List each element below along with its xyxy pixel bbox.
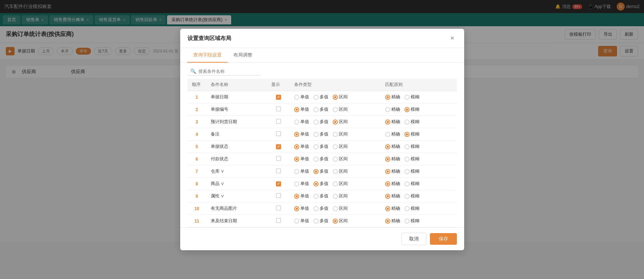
radio-circle (404, 169, 410, 174)
type-radio-多值[interactable]: 多值 (313, 106, 328, 113)
radio-circle (313, 119, 319, 125)
type-radio-多值[interactable]: 多值 (313, 156, 328, 162)
match-radio-精确[interactable]: 精确 (385, 119, 400, 125)
cell-show[interactable] (267, 215, 290, 227)
modal-close-button[interactable]: × (448, 34, 457, 43)
cell-show[interactable] (267, 165, 290, 178)
cell-show[interactable] (267, 103, 290, 116)
cell-show[interactable] (267, 128, 290, 141)
type-radio-区间[interactable]: 区间 (333, 106, 348, 113)
show-checkbox[interactable] (276, 119, 281, 124)
radio-label: 单值 (300, 218, 309, 224)
type-radio-多值[interactable]: 多值 (313, 193, 328, 199)
show-checkbox[interactable] (276, 193, 281, 198)
modal-tab-query[interactable]: 查询字段设置 (187, 48, 228, 63)
type-radio-区间[interactable]: 区间 (333, 205, 348, 212)
type-radio-单值[interactable]: 单值 (294, 168, 309, 174)
th-match: 匹配原则 (381, 79, 457, 91)
type-radio-多值[interactable]: 多值 (313, 205, 328, 212)
show-checkbox[interactable] (276, 218, 281, 223)
show-checkbox[interactable] (276, 168, 281, 173)
type-radio-区间[interactable]: 区间 (333, 156, 348, 162)
type-radio-单值[interactable]: 单值 (294, 144, 309, 150)
match-radio-模糊[interactable]: 模糊 (404, 106, 419, 113)
radio-label: 精确 (391, 94, 400, 100)
match-radio-模糊[interactable]: 模糊 (404, 218, 419, 224)
show-checkbox[interactable] (276, 156, 281, 161)
type-radio-多值[interactable]: 多值 (313, 94, 328, 100)
cell-show[interactable] (267, 116, 290, 128)
match-radio-精确[interactable]: 精确 (385, 106, 400, 113)
match-radio-模糊[interactable]: 模糊 (404, 144, 419, 150)
match-radio-模糊[interactable]: 模糊 (404, 193, 419, 199)
match-radio-模糊[interactable]: 模糊 (404, 131, 419, 137)
match-radio-精确[interactable]: 精确 (385, 156, 400, 162)
match-radio-精确[interactable]: 精确 (385, 218, 400, 224)
match-radio-精确[interactable]: 精确 (385, 94, 400, 100)
show-checkbox[interactable] (276, 205, 281, 211)
cancel-button[interactable]: 取消 (402, 233, 426, 242)
type-radio-多值[interactable]: 多值 (313, 119, 328, 125)
match-radio-精确[interactable]: 精确 (385, 144, 400, 150)
type-radio-单值[interactable]: 单值 (294, 106, 309, 113)
type-radio-多值[interactable]: 多值 (313, 144, 328, 150)
cell-name: 单据日期 (206, 91, 267, 103)
match-radio-精确[interactable]: 精确 (385, 205, 400, 212)
type-radio-区间[interactable]: 区间 (333, 94, 348, 100)
type-radio-区间[interactable]: 区间 (333, 168, 348, 174)
radio-circle (385, 95, 390, 100)
match-radio-模糊[interactable]: 模糊 (404, 168, 419, 174)
table-row: 3预计到货日期单值多值区间精确模糊 (187, 116, 457, 128)
match-radio-模糊[interactable]: 模糊 (404, 205, 419, 212)
type-radio-单值[interactable]: 单值 (294, 94, 309, 100)
cell-show[interactable] (267, 153, 290, 165)
cell-show[interactable] (267, 178, 290, 190)
modal-tab-layout[interactable]: 布局调整 (228, 48, 258, 63)
type-radio-单值[interactable]: 单值 (294, 205, 309, 212)
type-radio-单值[interactable]: 单值 (294, 131, 309, 137)
cell-show[interactable] (267, 141, 290, 153)
match-radio-精确[interactable]: 精确 (385, 168, 400, 174)
type-radio-多值[interactable]: 多值 (313, 218, 328, 224)
show-checkbox[interactable] (276, 106, 281, 111)
type-radio-区间[interactable]: 区间 (333, 193, 348, 199)
type-radio-单值[interactable]: 单值 (294, 193, 309, 199)
search-input[interactable] (198, 69, 257, 74)
match-radio-精确[interactable]: 精确 (385, 131, 400, 137)
cell-show[interactable] (267, 203, 290, 215)
radio-label: 模糊 (411, 94, 419, 100)
cell-type: 单值多值区间 (290, 190, 381, 203)
cell-show[interactable] (267, 190, 290, 203)
radio-label: 精确 (391, 119, 400, 125)
type-radio-多值[interactable]: 多值 (313, 131, 328, 137)
save-button[interactable]: 保存 (430, 233, 457, 242)
match-radio-模糊[interactable]: 模糊 (404, 156, 419, 162)
type-radio-区间[interactable]: 区间 (333, 119, 348, 125)
type-radio-区间[interactable]: 区间 (333, 218, 348, 224)
type-radio-单值[interactable]: 单值 (294, 156, 309, 162)
match-radio-精确[interactable]: 精确 (385, 193, 400, 199)
type-radio-区间[interactable]: 区间 (333, 181, 348, 187)
type-radio-单值[interactable]: 单值 (294, 181, 309, 187)
show-checkbox[interactable] (276, 131, 281, 136)
match-radio-模糊[interactable]: 模糊 (404, 94, 419, 100)
radio-label: 模糊 (411, 106, 419, 113)
radio-circle (385, 107, 390, 112)
type-radio-区间[interactable]: 区间 (333, 131, 348, 137)
match-radio-模糊[interactable]: 模糊 (404, 181, 419, 187)
type-radio-区间[interactable]: 区间 (333, 144, 348, 150)
show-checkbox[interactable] (276, 144, 281, 149)
table-row: 4备注单值多值区间精确模糊 (187, 128, 457, 141)
radio-label: 区间 (339, 205, 348, 212)
radio-label: 多值 (320, 218, 328, 224)
match-radio-精确[interactable]: 精确 (385, 181, 400, 187)
type-radio-单值[interactable]: 单值 (294, 218, 309, 224)
type-radio-多值[interactable]: 多值 (313, 181, 328, 187)
show-checkbox[interactable] (276, 95, 281, 100)
type-radio-多值[interactable]: 多值 (313, 168, 328, 174)
match-radio-模糊[interactable]: 模糊 (404, 119, 419, 125)
type-radio-单值[interactable]: 单值 (294, 119, 309, 125)
radio-label: 多值 (320, 193, 328, 199)
show-checkbox[interactable] (276, 181, 281, 186)
cell-show[interactable] (267, 91, 290, 103)
